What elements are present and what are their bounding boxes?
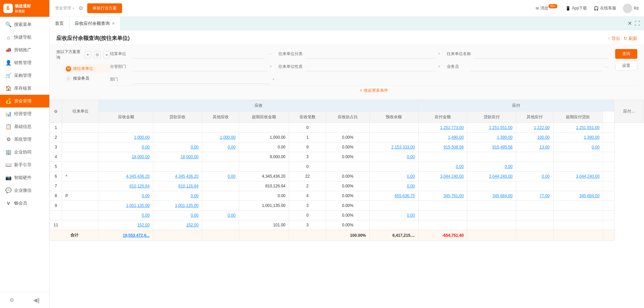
tab-ar-ap-label: 应收应付余额查询 <box>75 20 110 27</box>
footer-ap-overdue <box>553 230 603 241</box>
sidebar-label-corp-wechat: 企业微信 <box>14 187 32 193</box>
setting-button[interactable]: 设置 <box>615 61 637 71</box>
sidebar-item-system[interactable]: ⚙ 系统管理 <box>0 133 49 146</box>
footer-label: 合计 <box>50 230 99 241</box>
sidebar-item-corp-wechat[interactable]: 💬 企业微信 <box>0 184 49 197</box>
filter-option-customer-label: 按往来单位 <box>73 66 93 72</box>
filter-option-salesman-label: 按业务员 <box>73 76 89 81</box>
table-settings-header[interactable]: ⚙ <box>50 100 62 123</box>
user-btn[interactable]: Rit <box>623 4 639 13</box>
promo-button[interactable]: 体验行业方案 <box>87 3 122 13</box>
filter-field-salesman: 业务员 ··· <box>447 62 608 71</box>
salesman-input[interactable] <box>470 62 602 71</box>
sidebar-item-newbie[interactable]: 📖 新手引导 <box>0 159 49 171</box>
inventory-icon: 🏠 <box>5 85 11 91</box>
dept-input[interactable] <box>133 75 270 84</box>
app-download-btn[interactable]: 📱 App下载 <box>566 5 587 11</box>
filter-row-1: 结算单位 ··· 往来单位分类 ▾ <box>110 49 608 58</box>
sidebar-label-purchase: 采购管理 <box>14 73 32 79</box>
filter-collapse-left-btn[interactable]: « <box>103 51 110 58</box>
name-input[interactable] <box>474 49 608 58</box>
export-button[interactable]: ↑ 导出 <box>608 36 621 42</box>
filter-settings-btn[interactable]: ⊙ <box>94 51 101 58</box>
tab-close-icon[interactable]: ✕ <box>112 21 115 26</box>
th-ap-overdue: 超期应付贷款 <box>553 112 603 123</box>
topbar: 资金管理 ▾ ⚙ 体验行业方案 ✉ 消息 99+ 📱 App下载 🎧 在线客服 … <box>50 0 644 17</box>
sidebar-item-member[interactable]: V 畅会员 <box>0 197 49 210</box>
th-ap-other: 其他应付 <box>516 112 553 123</box>
topbar-settings-icon[interactable]: ⚙ <box>78 5 83 11</box>
dept-mgr-label: 分管部门 <box>110 64 130 70</box>
dept-mgr-input[interactable] <box>133 62 267 71</box>
category-chevron: ▾ <box>438 51 440 56</box>
th-customer: 往来单位 <box>62 100 99 123</box>
salesman-label: 业务员 <box>447 64 467 70</box>
footer-ar-total: 19,553,472,6... <box>99 230 153 241</box>
sidebar-item-operations[interactable]: 📊 经营管理 <box>0 107 49 120</box>
online-service-icon: 🎧 <box>594 6 599 11</box>
sidebar-label-corp-collab: 企业协同 <box>14 149 32 155</box>
tab-close-window-icon[interactable]: ✕ <box>628 20 632 27</box>
collapse-bar[interactable]: ∧ 收起更多条件 <box>110 85 637 95</box>
filter-actions: 查询 设置 <box>608 49 637 71</box>
table-row: 101,252,773.001,251,551.001,222.001,251,… <box>50 123 644 133</box>
category-input[interactable] <box>305 49 435 58</box>
refresh-icon: ↻ <box>624 36 627 41</box>
sidebar-item-sales[interactable]: 👤 销售管理 <box>0 56 49 69</box>
topbar-right: ✉ 消息 99+ 📱 App下载 🎧 在线客服 Rit <box>536 4 639 13</box>
table-footer-row: 合计 19,553,472,6... 100.00% 6,417,215....… <box>50 230 644 241</box>
content-area: 应收应付余额查询(按往来单位) ↑ 导出 ↻ 刷新 <box>50 30 644 308</box>
table-row: 500.000.00 <box>50 162 644 172</box>
sidebar-item-quick-nav[interactable]: ⌂ 快捷导航 <box>0 31 49 44</box>
refresh-button[interactable]: ↻ 刷新 <box>624 36 637 42</box>
user-name: Rit <box>634 6 639 11</box>
smart-hw-icon: 📷 <box>5 175 11 181</box>
sidebar-item-marketing[interactable]: 📣 营销推广 <box>0 44 49 56</box>
sidebar-item-smart-hw[interactable]: 📷 智能硬件 <box>0 171 49 184</box>
message-badge: 99+ <box>548 4 557 8</box>
footer-ar-other <box>202 230 239 241</box>
sidebar-label-newbie: 新手引导 <box>14 162 32 168</box>
nature-input[interactable] <box>305 62 435 71</box>
sidebar-label-quick-nav: 快捷导航 <box>14 34 32 40</box>
filter-label: 按以下方案查询 <box>56 49 82 60</box>
footer-ar-overdue <box>239 230 289 241</box>
filter-options: 畅 按往来单位 ⊙ 按业务员 <box>63 64 110 83</box>
export-label: 导出 <box>611 36 620 42</box>
breadcrumb-text: 资金管理 <box>55 5 71 11</box>
breadcrumb-chevron: ▾ <box>72 6 74 11</box>
sidebar-item-corp-collab[interactable]: 🏢 企业协同 <box>0 146 49 159</box>
sidebar-settings-btn[interactable]: ⚙ <box>7 296 17 305</box>
filter-main: 按以下方案查询 + ⊙ « 畅 按往来单位 ⊙ <box>56 49 637 95</box>
collapse-label: 收起更多条件 <box>364 88 388 93</box>
table-container: ⚙ 往来单位 应收 应付 应付... 应收金额 贷款应收 其他应收 超期应收金额… <box>50 100 644 241</box>
filter-add-btn[interactable]: + <box>85 51 91 58</box>
corp-collab-icon: 🏢 <box>5 149 11 155</box>
filter-field-name: 往来单位名称 <box>447 49 608 58</box>
app-download-icon: 📱 <box>566 6 571 11</box>
tab-ar-ap-query[interactable]: 应收应付余额查询 ✕ <box>69 17 121 30</box>
sidebar-item-basic-info[interactable]: 📋 基础信息 <box>0 120 49 133</box>
sidebar-item-search-menu[interactable]: 🔍 搜索菜单 <box>0 18 49 31</box>
sidebar-collapse-btn[interactable]: ◀‖ <box>31 296 43 305</box>
tab-home-label: 首页 <box>55 20 64 27</box>
query-button[interactable]: 查询 <box>615 49 637 59</box>
tab-expand-icon[interactable]: ⛶ <box>635 20 640 27</box>
system-icon: ⚙ <box>5 136 11 142</box>
user-avatar <box>623 4 632 13</box>
tab-home[interactable]: 首页 <box>50 17 69 30</box>
settlement-input[interactable] <box>133 49 265 58</box>
messages-btn[interactable]: ✉ 消息 99+ <box>536 5 559 11</box>
filter-option-salesman[interactable]: ⊙ 按业务员 <box>63 74 110 83</box>
sidebar-item-inventory[interactable]: 🏠 库存核算 <box>0 82 49 95</box>
collapse-icon: ∧ <box>359 88 363 93</box>
filter-option-customer[interactable]: 畅 按往来单位 <box>63 64 110 73</box>
footer-ar-count <box>289 230 326 241</box>
quick-nav-icon: ⌂ <box>5 35 11 40</box>
messages-label: 消息 <box>540 5 548 11</box>
sidebar-item-purchase[interactable]: 🛒 采购管理 <box>0 69 49 82</box>
filter-row-2: 分管部门 ▾ 往来单位性质 ▾ <box>110 62 608 71</box>
purchase-icon: 🛒 <box>5 73 11 79</box>
sidebar-item-finance[interactable]: 💰 资金管理 <box>0 95 49 107</box>
online-service-btn[interactable]: 🎧 在线客服 <box>594 5 616 11</box>
